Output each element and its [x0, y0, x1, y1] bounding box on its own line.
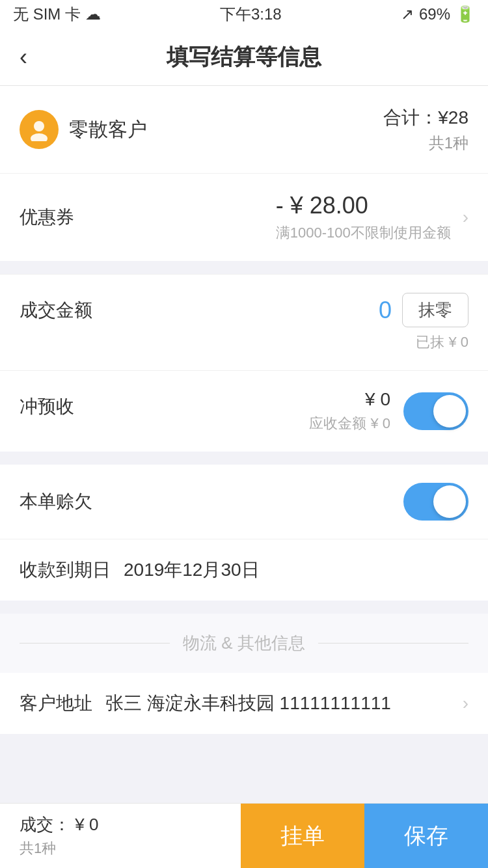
- battery-icon: 🔋: [455, 5, 475, 23]
- customer-section: 零散客户 合计：¥28 共1种 优惠券 - ¥ 28.00 满1000-100不…: [0, 86, 488, 261]
- status-left: 无 SIM 卡 ☁: [13, 4, 101, 25]
- page-title: 填写结算等信息: [167, 42, 321, 72]
- coupon-right: - ¥ 28.00 满1000-100不限制使用金额 ›: [276, 192, 468, 243]
- round-zero-button[interactable]: 抹零: [402, 293, 468, 327]
- duedate-value: 2019年12月30日: [124, 558, 260, 582]
- debt-toggle[interactable]: [403, 483, 468, 521]
- hold-button[interactable]: 挂单: [241, 804, 364, 868]
- deal-sub: 已抹 ¥ 0: [416, 332, 468, 352]
- deal-section: 成交金额 0 抹零 已抹 ¥ 0 冲预收 ¥ 0 应收金额 ¥ 0: [0, 274, 488, 452]
- precollect-label: 冲预收: [20, 389, 74, 419]
- customer-left: 零散客户: [20, 110, 147, 149]
- logistics-line-left: [20, 643, 170, 644]
- logistics-line-right: [318, 643, 468, 644]
- customer-count: 共1种: [383, 133, 468, 154]
- customer-name: 零散客户: [69, 116, 147, 143]
- avatar: [20, 110, 59, 149]
- logistics-text: 物流 & 其他信息: [170, 632, 318, 655]
- bottom-bar: 成交： ¥ 0 共1种 挂单 保存: [0, 803, 488, 868]
- svg-point-1: [31, 133, 47, 141]
- logistics-header: 物流 & 其他信息: [0, 614, 488, 673]
- address-value: 张三 海淀永丰科技园 11111111111: [105, 691, 457, 716]
- address-label: 客户地址: [20, 691, 92, 716]
- address-chevron-icon: ›: [463, 693, 468, 714]
- precollect-sub: 应收金额 ¥ 0: [309, 414, 390, 433]
- duedate-label: 收款到期日: [20, 558, 111, 582]
- logistics-section: 物流 & 其他信息 客户地址 张三 海淀永丰科技园 11111111111 ›: [0, 614, 488, 734]
- precollect-amount: ¥ 0: [309, 389, 390, 410]
- customer-right: 合计：¥28 共1种: [383, 105, 468, 154]
- duedate-row: 收款到期日 2019年12月30日: [0, 539, 488, 601]
- coupon-amount: - ¥ 28.00: [276, 192, 451, 219]
- battery-text: 69%: [419, 5, 450, 23]
- bottom-summary-count: 共1种: [20, 839, 221, 858]
- coupon-desc: 满1000-100不限制使用金额: [276, 223, 451, 243]
- nav-bar: ‹ 填写结算等信息: [0, 29, 488, 86]
- location-icon: ↗: [401, 5, 414, 23]
- svg-point-0: [34, 121, 44, 131]
- precollect-toggle[interactable]: [403, 392, 468, 430]
- deal-input-row: 0 抹零: [353, 293, 468, 327]
- coupon-label: 优惠券: [20, 205, 74, 230]
- coupon-chevron-icon: ›: [463, 207, 468, 228]
- status-time: 下午3:18: [220, 4, 282, 25]
- signal-text: 无 SIM 卡 ☁: [13, 4, 101, 25]
- deal-right: 0 抹零 已抹 ¥ 0: [353, 293, 468, 352]
- debt-row: 本单赊欠: [0, 465, 488, 539]
- save-button[interactable]: 保存: [364, 804, 488, 868]
- debt-toggle-knob: [433, 485, 466, 518]
- debt-label: 本单赊欠: [20, 489, 92, 514]
- coupon-row[interactable]: 优惠券 - ¥ 28.00 满1000-100不限制使用金额 ›: [0, 173, 488, 261]
- status-right: ↗ 69% 🔋: [401, 5, 475, 23]
- precollect-right: ¥ 0 应收金额 ¥ 0: [309, 389, 468, 433]
- precollect-amounts: ¥ 0 应收金额 ¥ 0: [309, 389, 390, 433]
- status-bar: 无 SIM 卡 ☁ 下午3:18 ↗ 69% 🔋: [0, 0, 488, 29]
- toggle-knob: [433, 395, 466, 427]
- customer-total: 合计：¥28: [383, 105, 468, 130]
- bottom-summary-label: 成交： ¥ 0: [20, 813, 221, 836]
- precollect-row: 冲预收 ¥ 0 应收金额 ¥ 0: [0, 370, 488, 452]
- address-row[interactable]: 客户地址 张三 海淀永丰科技园 11111111111 ›: [0, 673, 488, 734]
- deal-label: 成交金额: [20, 293, 92, 323]
- debt-section: 本单赊欠 收款到期日 2019年12月30日: [0, 465, 488, 601]
- deal-row: 成交金额 0 抹零 已抹 ¥ 0: [0, 274, 488, 370]
- deal-value[interactable]: 0: [353, 297, 392, 324]
- back-button[interactable]: ‹: [20, 44, 27, 71]
- bottom-summary: 成交： ¥ 0 共1种: [0, 804, 241, 868]
- customer-row: 零散客户 合计：¥28 共1种: [0, 86, 488, 173]
